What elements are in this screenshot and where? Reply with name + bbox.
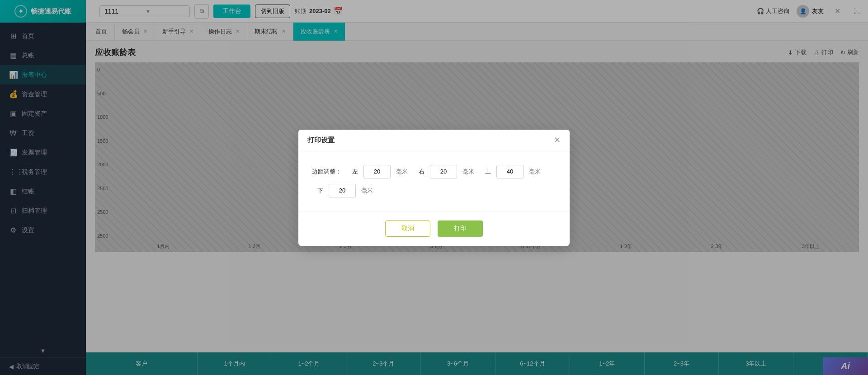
left-direction-label: 左 (352, 168, 358, 176)
bottom-margin-input[interactable] (329, 184, 356, 197)
cancel-button[interactable]: 取消 (385, 220, 430, 237)
bottom-unit-label: 毫米 (361, 187, 373, 195)
top-margin-input[interactable] (496, 165, 524, 178)
print-settings-modal: 打印设置 ✕ 边距调整： 左 毫米 右 毫米 上 毫米 下 毫米 取消 打印 (298, 130, 570, 246)
confirm-print-button[interactable]: 打印 (438, 220, 483, 237)
modal-overlay: 打印设置 ✕ 边距调整： 左 毫米 右 毫米 上 毫米 下 毫米 取消 打印 (0, 0, 868, 375)
modal-header: 打印设置 ✕ (298, 130, 570, 151)
modal-close-button[interactable]: ✕ (554, 136, 561, 144)
right-direction-label: 右 (419, 168, 425, 176)
left-unit-label: 毫米 (396, 168, 408, 176)
modal-footer: 取消 打印 (298, 211, 570, 246)
margin-label: 边距调整： (312, 168, 341, 176)
modal-body: 边距调整： 左 毫米 右 毫米 上 毫米 下 毫米 (298, 151, 570, 211)
right-unit-label: 毫米 (462, 168, 474, 176)
left-margin-input[interactable] (363, 165, 391, 178)
modal-title: 打印设置 (307, 136, 335, 145)
top-unit-label: 毫米 (529, 168, 541, 176)
bottom-direction-label: 下 (317, 187, 323, 195)
top-direction-label: 上 (485, 168, 491, 176)
right-margin-input[interactable] (430, 165, 457, 178)
margin-form-row: 边距调整： 左 毫米 右 毫米 上 毫米 下 毫米 (312, 165, 556, 197)
